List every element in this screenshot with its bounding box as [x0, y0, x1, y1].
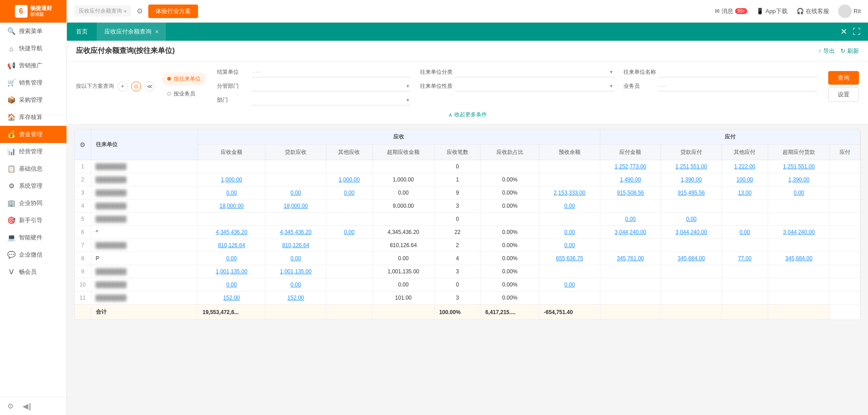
export-button[interactable]: ↑ 导出: [819, 47, 835, 55]
filter-label-partner-name: 往来单位名称: [623, 68, 656, 76]
filter-sub-dept-select[interactable]: ▾: [251, 95, 411, 105]
tab-receivable-query[interactable]: 应收应付余额查询 ×: [97, 23, 166, 41]
subnav-by-salesperson[interactable]: 按业务员: [162, 87, 201, 100]
page-actions: ↑ 导出 ↻ 刷新: [819, 47, 859, 55]
online-service-button[interactable]: 🎧 在线客服: [797, 7, 829, 15]
sidebar-item-purchase[interactable]: 📦 采购管理: [0, 91, 66, 109]
row-overdue-receivable: 0.00: [372, 186, 434, 200]
collapse-sidebar-icon[interactable]: ◀‖: [23, 402, 32, 410]
sidebar-item-wechat[interactable]: 💬 企业微信: [0, 246, 66, 263]
footer-empty-4: [372, 305, 434, 320]
row-other-receivable: [326, 239, 372, 252]
add-filter-button[interactable]: +: [118, 81, 127, 91]
row-overdue-receivable: 810,126.64: [372, 239, 434, 252]
inventory-icon: 🏠: [7, 113, 15, 121]
sidebar-item-guide[interactable]: 🎯 新手引导: [0, 212, 66, 229]
filter-partner-nature-select[interactable]: ▾: [455, 81, 614, 91]
sidebar-item-system[interactable]: ⚙ 系统管理: [0, 177, 66, 195]
row-receivable-ratio: 0.00%: [481, 265, 539, 278]
row-other-payable: [722, 200, 768, 213]
sidebar-item-marketing[interactable]: 📢 营销推广: [0, 57, 66, 74]
refresh-button[interactable]: ↻ 刷新: [840, 47, 859, 55]
settings-button[interactable]: 设置: [828, 87, 859, 102]
row-receivable-amount: 4,345,436.20: [198, 226, 265, 239]
table-footer-row: 合计 19,553,472,6... 100.00% 6,417,215....…: [75, 305, 860, 320]
col-partner-header: 往来单位: [91, 129, 198, 160]
filter-settlement-input[interactable]: ···: [251, 67, 411, 77]
table-row: 8 P 0.00 0.00 0.00 4 0.00% 655,636.75 34…: [75, 252, 860, 265]
row-receivable-amount: 0.00: [198, 278, 265, 291]
row-other-receivable: [326, 213, 372, 226]
filter-label-dept: 分管部门: [217, 82, 249, 90]
footer-empty-5: [600, 305, 661, 320]
row-loan-payable: 1,251,551.00: [661, 160, 722, 173]
row-num: 2: [75, 173, 91, 186]
row-partner: ████████: [91, 265, 198, 278]
row-num: 3: [75, 186, 91, 200]
table-row: 2 ████████ 1,000.00 1,000.00 1,000.00 1 …: [75, 173, 860, 186]
sidebar-item-hardware[interactable]: 💻 智能硬件: [0, 229, 66, 246]
export-label: 导出: [823, 47, 835, 55]
sidebar-item-operation[interactable]: 📊 经营管理: [0, 143, 66, 160]
message-icon: ✉: [715, 8, 720, 14]
col-other-payable: 其他应付: [722, 145, 768, 160]
topbar-gear-icon[interactable]: ⚙: [137, 7, 143, 15]
row-overdue-payable: [768, 239, 830, 252]
app-download-button[interactable]: 📱 App下载: [756, 7, 788, 15]
tab-home[interactable]: 首页: [67, 23, 97, 41]
user-menu[interactable]: Rit: [838, 5, 861, 18]
query-button[interactable]: 查询: [828, 71, 859, 85]
row-other-payable: [722, 291, 768, 305]
row-receivable-count: 3: [434, 200, 481, 213]
row-partner: ████████: [91, 200, 198, 213]
row-payable-amount: 345,761.00: [600, 252, 661, 265]
row-payable-amount: 1,252,773.00: [600, 160, 661, 173]
filter-salesperson-input[interactable]: ···: [658, 81, 817, 91]
row-advance-balance: 655,636.75: [539, 252, 600, 265]
row-loan-payable: [661, 278, 722, 291]
collapse-more-button[interactable]: ∧ 收起更多条件: [76, 111, 859, 119]
sidebar-item-quick-nav[interactable]: ⌂ 快捷导航: [0, 40, 66, 57]
sidebar-item-sales[interactable]: 🛒 销售管理: [0, 74, 66, 91]
sidebar-item-finance[interactable]: 💰 资金管理: [0, 126, 66, 143]
sidebar-item-basic-info[interactable]: 📋 基础信息: [0, 160, 66, 177]
filter-partner-name-input[interactable]: [659, 67, 817, 77]
filter-dept-select[interactable]: ▾: [251, 81, 411, 91]
solution-button[interactable]: 体验行业方案: [148, 5, 198, 18]
sidebar-item-label: 基础信息: [19, 165, 42, 173]
settings-bottom-icon[interactable]: ⚙: [7, 402, 14, 410]
row-payable-amount: 3,044,240.00: [600, 226, 661, 239]
row-other-receivable: 0.00: [326, 226, 372, 239]
tabbar-expand-icon[interactable]: ⛶: [853, 27, 861, 37]
collapse-filter-icon[interactable]: ≪: [145, 81, 155, 91]
user-avatar: [838, 5, 852, 18]
close-tab-icon[interactable]: ×: [155, 28, 159, 35]
tabbar-close-icon[interactable]: ✕: [840, 27, 847, 37]
filter-partner-category-select[interactable]: ▾: [455, 67, 614, 77]
sidebar-item-member[interactable]: Ⅴ 畅会员: [0, 263, 66, 281]
guide-icon: 🎯: [7, 216, 15, 224]
row-receivable-amount: [198, 213, 265, 226]
footer-empty-6: [661, 305, 722, 320]
row-loan-receivable: 810,126.64: [265, 239, 326, 252]
row-other-payable: [722, 278, 768, 291]
subnav-by-partner[interactable]: 按往来单位: [162, 72, 206, 86]
sidebar-item-enterprise[interactable]: 🏢 企业协同: [0, 195, 66, 212]
footer-empty-8: [768, 305, 830, 320]
row-overdue-payable: [768, 265, 830, 278]
row-partner: ^: [91, 226, 198, 239]
table-gear-icon[interactable]: ⚙: [80, 141, 85, 148]
target-filter-icon[interactable]: ⊙: [131, 81, 141, 91]
row-loan-receivable: 18,000.00: [265, 200, 326, 213]
row-other-receivable: 0.00: [326, 186, 372, 200]
wechat-icon: 💬: [7, 251, 15, 259]
message-button[interactable]: ✉ 消息 99+: [715, 7, 747, 15]
sidebar-item-inventory[interactable]: 🏠 库存核算: [0, 109, 66, 126]
sidebar-item-label: 搜索菜单: [19, 27, 42, 35]
row-overdue-receivable: 9,000.00: [372, 200, 434, 213]
filter-label-partner-nature: 往来单位性质: [420, 82, 453, 90]
sidebar-item-search-menu[interactable]: 🔍 搜索菜单: [0, 23, 66, 40]
collapse-icon: ∧: [448, 112, 453, 118]
data-table-container: ⚙ 往来单位 应收 应付 应收金额 贷款应收 其他应收 超期应收金额 应收笔数 …: [74, 129, 861, 320]
row-payable-amount: 0.00: [600, 213, 661, 226]
